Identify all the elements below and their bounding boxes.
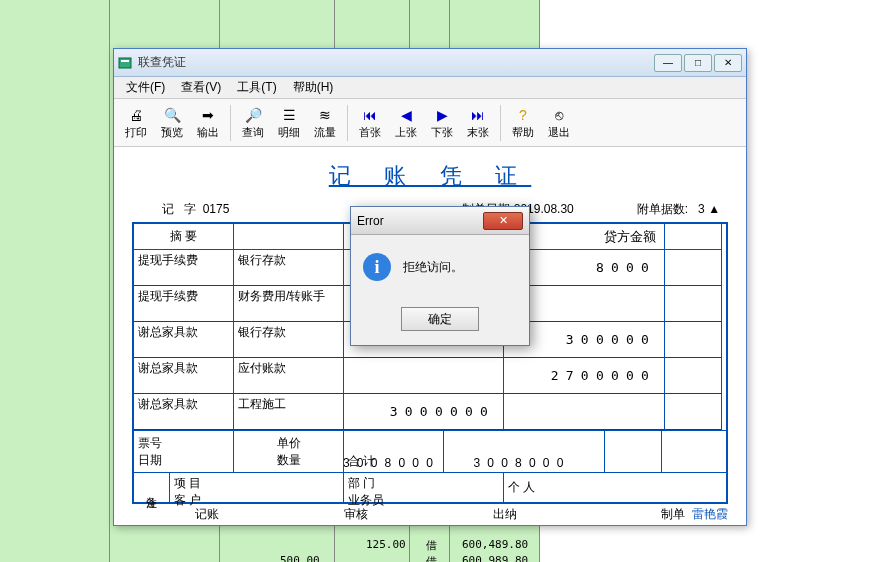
- cell-subject: 银行存款: [234, 322, 344, 358]
- error-titlebar[interactable]: Error ✕: [351, 207, 529, 235]
- preview-icon: 🔍: [162, 105, 182, 125]
- menu-help[interactable]: 帮助(H): [285, 77, 342, 98]
- last-icon: ⏭: [468, 105, 488, 125]
- toolbar: 🖨打印 🔍预览 ➡输出 🔎查询 ☰明细 ≋流量 ⏮首张 ◀上张 ▶下张 ⏭末张 …: [114, 99, 746, 147]
- cell-debit: 3000000: [344, 394, 504, 430]
- cell-subject: 工程施工: [234, 394, 344, 430]
- cell-summary: 谢总家具款: [134, 394, 234, 430]
- header-subject: [234, 224, 344, 250]
- cell-debit: [344, 358, 504, 394]
- cell-summary: 提现手续费: [134, 250, 234, 286]
- prev-icon: ◀: [396, 105, 416, 125]
- print-button[interactable]: 🖨打印: [118, 102, 154, 143]
- error-dialog: Error ✕ i 拒绝访问。 确定: [350, 206, 530, 346]
- cell-summary: 谢总家具款: [134, 322, 234, 358]
- cell-credit: 2700000: [504, 358, 664, 394]
- next-icon: ▶: [432, 105, 452, 125]
- table-summary-row: 票号 日期 单价 数量 合 计3008000 3008000: [134, 430, 726, 472]
- flow-button[interactable]: ≋流量: [307, 102, 343, 143]
- info-icon: i: [363, 253, 391, 281]
- menu-file[interactable]: 文件(F): [118, 77, 173, 98]
- titlebar[interactable]: 联查凭证 — □ ✕: [114, 49, 746, 77]
- preview-button[interactable]: 🔍预览: [154, 102, 190, 143]
- query-button[interactable]: 🔎查询: [235, 102, 271, 143]
- last-button[interactable]: ⏭末张: [460, 102, 496, 143]
- exit-button[interactable]: ⎋退出: [541, 102, 577, 143]
- error-ok-button[interactable]: 确定: [401, 307, 479, 331]
- prev-button[interactable]: ◀上张: [388, 102, 424, 143]
- close-button[interactable]: ✕: [714, 54, 742, 72]
- error-close-button[interactable]: ✕: [483, 212, 523, 230]
- cell-subject: 应付账款: [234, 358, 344, 394]
- first-button[interactable]: ⏮首张: [352, 102, 388, 143]
- voucher-title: 记 账 凭 证: [132, 161, 728, 191]
- voucher-bottom: 记账 审核 出纳 制单 雷艳霞: [132, 506, 728, 523]
- window-title: 联查凭证: [138, 54, 654, 71]
- cell-summary: 谢总家具款: [134, 358, 234, 394]
- detail-icon: ☰: [279, 105, 299, 125]
- detail-button[interactable]: ☰明细: [271, 102, 307, 143]
- error-message: 拒绝访问。: [403, 259, 463, 276]
- exit-icon: ⎋: [549, 105, 569, 125]
- output-icon: ➡: [198, 105, 218, 125]
- menu-tool[interactable]: 工具(T): [229, 77, 284, 98]
- cell-subject: 银行存款: [234, 250, 344, 286]
- svg-rect-1: [121, 60, 129, 62]
- next-button[interactable]: ▶下张: [424, 102, 460, 143]
- table-row[interactable]: 谢总家具款应付账款2700000: [134, 358, 726, 394]
- menubar: 文件(F) 查看(V) 工具(T) 帮助(H): [114, 77, 746, 99]
- header-summary: 摘 要: [134, 224, 234, 250]
- minimize-button[interactable]: —: [654, 54, 682, 72]
- maximize-button[interactable]: □: [684, 54, 712, 72]
- table-footer: 备注 项 目 客 户 部 门 业务员 个 人: [134, 472, 726, 502]
- svg-rect-0: [119, 58, 131, 68]
- help-button[interactable]: ?帮助: [505, 102, 541, 143]
- table-row[interactable]: 谢总家具款工程施工3000000: [134, 394, 726, 430]
- menu-view[interactable]: 查看(V): [173, 77, 229, 98]
- print-icon: 🖨: [126, 105, 146, 125]
- flow-icon: ≋: [315, 105, 335, 125]
- app-icon: [118, 55, 134, 71]
- output-button[interactable]: ➡输出: [190, 102, 226, 143]
- cell-summary: 提现手续费: [134, 286, 234, 322]
- cell-credit: [504, 394, 664, 430]
- cell-subject: 财务费用/转账手: [234, 286, 344, 322]
- help-icon: ?: [513, 105, 533, 125]
- query-icon: 🔎: [243, 105, 263, 125]
- error-title: Error: [357, 214, 483, 228]
- first-icon: ⏮: [360, 105, 380, 125]
